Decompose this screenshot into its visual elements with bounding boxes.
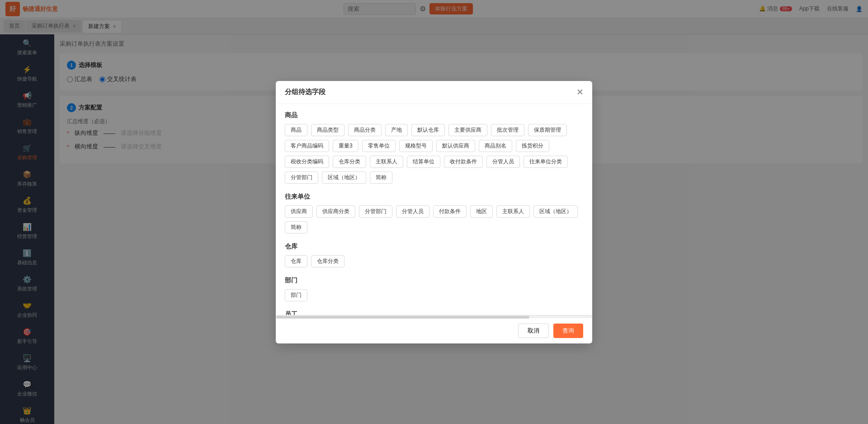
field-tag[interactable]: 结算单位: [407, 156, 440, 168]
field-tag[interactable]: 供应商: [285, 205, 313, 218]
section-department: 部门 部门: [285, 276, 583, 301]
modal-header: 分组待选字段 ✕: [276, 81, 592, 104]
field-tag[interactable]: 税收分类编码: [285, 156, 329, 168]
section-department-fields: 部门: [285, 289, 583, 301]
section-partner-title: 往来单位: [285, 193, 583, 201]
section-warehouse-title: 仓库: [285, 243, 583, 251]
field-tag[interactable]: 主联系人: [496, 205, 530, 218]
field-tag[interactable]: 主要供应商: [448, 124, 487, 136]
field-tag[interactable]: 批次管理: [491, 124, 524, 136]
field-tag[interactable]: 商品别名: [479, 140, 512, 152]
field-tag[interactable]: 仓库分类: [333, 156, 366, 168]
field-tag[interactable]: 商品: [285, 124, 307, 136]
field-tag[interactable]: 重量3: [333, 140, 359, 152]
cancel-button[interactable]: 取消: [518, 324, 549, 338]
field-tag[interactable]: 收付款条件: [444, 156, 483, 168]
modal-horizontal-scroll[interactable]: [276, 315, 592, 318]
field-tag[interactable]: 零售单位: [362, 140, 396, 152]
field-tag[interactable]: 客户商品编码: [285, 140, 329, 152]
field-tag[interactable]: 拣货积分: [516, 140, 549, 152]
field-tag[interactable]: 产地: [385, 124, 408, 136]
modal-overlay: 分组待选字段 ✕ 商品 商品 商品类型 商品分类 产地 默认仓库 主要供应商 批…: [0, 0, 868, 424]
modal-scroll-thumb: [276, 316, 529, 319]
field-tag[interactable]: 往来单位分类: [524, 156, 568, 168]
section-warehouse: 仓库 仓库 仓库分类: [285, 243, 583, 267]
field-tag[interactable]: 仓库分类: [311, 255, 344, 267]
modal-body: 商品 商品 商品类型 商品分类 产地 默认仓库 主要供应商 批次管理 保质期管理…: [276, 104, 592, 315]
section-product-title: 商品: [285, 111, 583, 119]
field-tag[interactable]: 默认仓库: [411, 124, 445, 136]
field-select-modal: 分组待选字段 ✕ 商品 商品 商品类型 商品分类 产地 默认仓库 主要供应商 批…: [276, 81, 592, 343]
field-tag[interactable]: 默认供应商: [436, 140, 475, 152]
field-tag[interactable]: 付款条件: [433, 205, 467, 218]
field-tag[interactable]: 地区: [470, 205, 493, 218]
section-employee: 员工 业务员: [285, 310, 583, 315]
field-tag[interactable]: 分管部门: [359, 205, 392, 218]
section-partner-fields: 供应商 供应商分类 分管部门 分管人员 付款条件 地区 主联系人 区域（地区） …: [285, 205, 583, 233]
field-tag[interactable]: 分管人员: [396, 205, 429, 218]
section-employee-title: 员工: [285, 310, 583, 315]
field-tag[interactable]: 商品分类: [348, 124, 382, 136]
field-tag[interactable]: 分管人员: [486, 156, 520, 168]
section-department-title: 部门: [285, 276, 583, 285]
field-tag[interactable]: 保质期管理: [528, 124, 567, 136]
section-product: 商品 商品 商品类型 商品分类 产地 默认仓库 主要供应商 批次管理 保质期管理…: [285, 111, 583, 184]
modal-title: 分组待选字段: [285, 88, 326, 96]
field-tag[interactable]: 简称: [285, 221, 307, 233]
section-warehouse-fields: 仓库 仓库分类: [285, 255, 583, 267]
confirm-button[interactable]: 查询: [553, 324, 583, 338]
field-tag[interactable]: 区域（地区）: [322, 172, 366, 184]
field-tag[interactable]: 主联系人: [370, 156, 403, 168]
field-tag[interactable]: 简称: [370, 172, 392, 184]
field-tag[interactable]: 规格型号: [399, 140, 433, 152]
field-tag[interactable]: 部门: [285, 289, 307, 301]
field-tag[interactable]: 仓库: [285, 255, 307, 267]
field-tag[interactable]: 分管部门: [285, 172, 318, 184]
modal-close-btn[interactable]: ✕: [576, 87, 583, 97]
field-tag[interactable]: 区域（地区）: [533, 205, 578, 218]
section-product-fields: 商品 商品类型 商品分类 产地 默认仓库 主要供应商 批次管理 保质期管理 客户…: [285, 124, 583, 184]
modal-footer: 取消 查询: [276, 318, 592, 343]
section-partner: 往来单位 供应商 供应商分类 分管部门 分管人员 付款条件 地区 主联系人 区域…: [285, 193, 583, 233]
field-tag[interactable]: 供应商分类: [316, 205, 355, 218]
field-tag[interactable]: 商品类型: [311, 124, 344, 136]
